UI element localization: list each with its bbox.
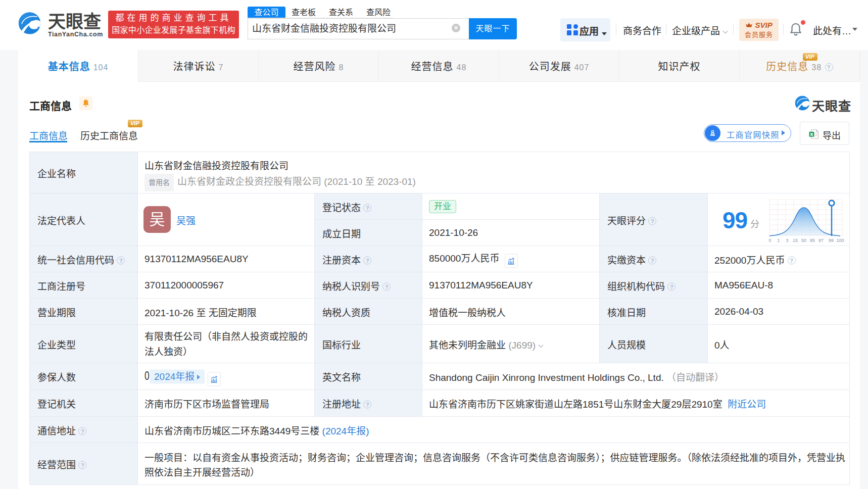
svg-text:99: 99 bbox=[829, 238, 834, 243]
svg-text:97: 97 bbox=[818, 238, 824, 243]
svg-text:100: 100 bbox=[836, 238, 844, 243]
svg-text:15: 15 bbox=[793, 238, 798, 243]
svg-text:3: 3 bbox=[786, 238, 788, 243]
svg-text:50: 50 bbox=[801, 238, 806, 243]
svg-text:0: 0 bbox=[768, 238, 771, 243]
svg-text:85: 85 bbox=[810, 238, 815, 243]
svg-text:1: 1 bbox=[777, 238, 780, 243]
